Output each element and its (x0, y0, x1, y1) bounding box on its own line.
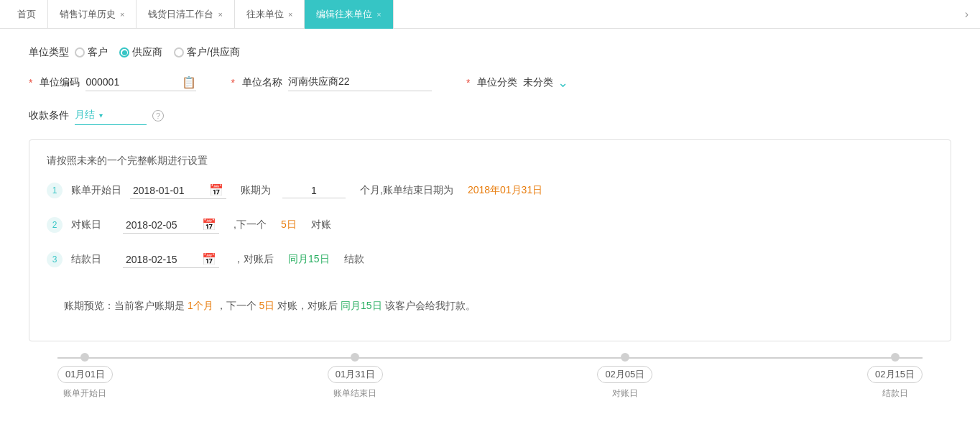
step-2-desc-prefix: ,下一个 (234, 218, 267, 231)
step-1-period-prefix: 账期为 (241, 184, 271, 197)
radio-both[interactable]: 客户/供应商 (174, 46, 240, 59)
radio-customer[interactable]: 客户 (75, 46, 108, 59)
radio-customer-circle (75, 47, 85, 58)
radio-both-circle (174, 47, 184, 58)
radio-customer-label: 客户 (88, 46, 108, 59)
step-2-date-input[interactable] (126, 219, 198, 231)
timeline-items: 01月01日 账单开始日 01月31日 账单结束日 02月05日 对账日 02月… (57, 353, 923, 400)
node-sublabel-1: 账单结束日 (333, 387, 376, 400)
unit-class-chevron-icon: ⌄ (558, 75, 568, 91)
step-3-num: 3 (47, 252, 63, 267)
unit-class-star: * (466, 77, 470, 88)
unit-class-select[interactable]: 未分类 ⌄ (523, 75, 568, 91)
preview-prefix: 账期预览：当前客户账期是 (64, 300, 185, 311)
payment-row: 收款条件 月结 ▾ ? (29, 106, 951, 125)
step-1-date-wrap: 📅 (130, 182, 226, 199)
step-2-desc-highlight: 5日 (281, 218, 297, 231)
step-1-period-input[interactable] (285, 185, 343, 196)
tab-edit-partner[interactable]: 编辑往来单位 × (305, 0, 393, 29)
step-3-desc-prefix: ，对账后 (234, 253, 274, 266)
tab-home[interactable]: 首页 (6, 0, 48, 29)
close-tab-cashflow[interactable]: × (218, 10, 222, 19)
close-tab-sales-history[interactable]: × (120, 10, 124, 19)
unit-code-icon[interactable]: 📋 (182, 75, 196, 89)
node-label-2: 02月05日 (597, 366, 652, 383)
step-2-num: 2 (47, 217, 63, 233)
radio-supplier-label: 供应商 (132, 46, 162, 59)
radio-supplier-circle (119, 47, 129, 58)
node-sublabel-2: 对账日 (612, 387, 638, 400)
unit-code-star: * (29, 77, 32, 88)
unit-class-group: * 单位分类 未分类 ⌄ (466, 75, 568, 91)
node-dot-1 (351, 353, 359, 362)
preview-part2: 5日 (259, 300, 274, 311)
node-sublabel-0: 账单开始日 (63, 387, 106, 400)
step-3-date-wrap: 📅 (123, 251, 219, 268)
unit-name-star: * (231, 77, 234, 88)
unit-code-input-wrap: 📋 (85, 73, 196, 91)
unit-class-label: 单位分类 (477, 76, 517, 89)
preview-sep1: ，下一个 (216, 300, 256, 311)
preview-section: 账期预览：当前客户账期是 1个月 ，下一个 5日 对账，对账后 同月15日 该客… (47, 285, 933, 326)
step-3-calendar-icon[interactable]: 📅 (202, 252, 216, 266)
step-1-period-end: 2018年01月31日 (468, 184, 542, 197)
unit-code-group: * 单位编码 📋 (29, 73, 196, 91)
timeline-node-3: 02月15日 结款日 (867, 353, 923, 400)
step-1-label: 账单开始日 (71, 184, 121, 197)
payment-help-icon[interactable]: ? (152, 110, 164, 121)
preview-sep2: 对账，对账后 (277, 300, 338, 311)
unit-name-input[interactable] (288, 73, 432, 91)
step-3-desc-highlight: 同月15日 (288, 253, 330, 266)
node-dot-2 (621, 353, 629, 362)
step-1-calendar-icon[interactable]: 📅 (209, 183, 223, 197)
preview-part1: 1个月 (188, 300, 213, 311)
unit-code-label: 单位编码 (40, 76, 80, 89)
tabs-bar: 首页 销售订单历史 × 钱货日清工作台 × 往来单位 × 编辑往来单位 × › (0, 0, 980, 29)
step-1-period-wrap (282, 183, 346, 198)
step-3-date-input[interactable] (126, 254, 198, 265)
unit-type-row: 单位类型 客户 供应商 客户/供应商 (29, 46, 951, 59)
main-content: 单位类型 客户 供应商 客户/供应商 * 单位编码 📋 (0, 29, 980, 437)
node-label-0: 01月01日 (57, 366, 113, 383)
step-1-num: 1 (47, 183, 63, 198)
step-2-calendar-icon[interactable]: 📅 (202, 218, 216, 231)
node-label-1: 01月31日 (328, 366, 383, 383)
node-sublabel-3: 结款日 (882, 387, 908, 400)
preview-suffix: 该客户会给我打款。 (385, 300, 476, 311)
timeline-node-0: 01月01日 账单开始日 (57, 353, 113, 400)
tabs-expand-icon[interactable]: › (959, 8, 974, 21)
payment-select[interactable]: 月结 ▾ (75, 106, 147, 125)
step-3-desc-suffix: 结款 (344, 253, 364, 266)
tab-partner[interactable]: 往来单位 × (235, 0, 305, 29)
timeline-node-1: 01月31日 账单结束日 (328, 353, 383, 400)
unit-class-value: 未分类 (523, 76, 553, 89)
payment-chevron-icon: ▾ (99, 111, 103, 119)
radio-both-label: 客户/供应商 (187, 46, 240, 59)
step-1-period-suffix: 个月,账单结束日期为 (360, 184, 453, 197)
tab-sales-history[interactable]: 销售订单历史 × (48, 0, 137, 29)
step-3-row: 3 结款日 📅 ，对账后 同月15日 结款 (47, 251, 933, 268)
node-dot-3 (891, 353, 900, 362)
payment-label: 收款条件 (29, 109, 69, 122)
step-2-desc-suffix: 对账 (311, 218, 331, 231)
unit-name-group: * 单位名称 (231, 73, 431, 91)
payment-value: 月结 (75, 109, 95, 121)
step-1-date-input[interactable] (133, 185, 205, 196)
unit-type-radio-group: 客户 供应商 客户/供应商 (75, 46, 240, 59)
period-section: 请按照未来的一个完整帐期进行设置 1 账单开始日 📅 账期为 个月,账单结束日期… (29, 139, 951, 341)
step-2-label: 对账日 (71, 218, 114, 231)
section-instruction: 请按照未来的一个完整帐期进行设置 (47, 155, 933, 167)
preview-part3: 同月15日 (341, 300, 382, 311)
step-3-label: 结款日 (71, 253, 114, 266)
unit-code-input[interactable] (85, 73, 179, 91)
step-2-date-wrap: 📅 (123, 216, 219, 234)
timeline-node-2: 02月05日 对账日 (597, 353, 652, 400)
radio-supplier[interactable]: 供应商 (119, 46, 162, 59)
close-tab-partner[interactable]: × (288, 10, 292, 19)
node-dot-0 (80, 353, 89, 362)
unit-name-label: 单位名称 (242, 76, 282, 89)
tab-cashflow[interactable]: 钱货日清工作台 × (137, 0, 234, 29)
unit-type-label: 单位类型 (29, 46, 69, 59)
node-label-3: 02月15日 (867, 366, 923, 383)
close-tab-edit-partner[interactable]: × (376, 10, 381, 19)
